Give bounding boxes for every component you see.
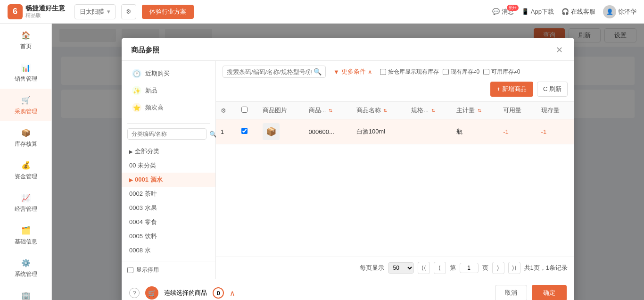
- settings-button[interactable]: ⚙: [121, 4, 136, 19]
- online-service-item[interactable]: 🎧 在线客服: [561, 8, 595, 16]
- sidebar-item-sales[interactable]: 📊 销售管理: [0, 56, 51, 89]
- branch-dropdown[interactable]: 日太阳膜 ▾: [74, 4, 116, 19]
- basic-icon: 🗂️: [20, 225, 32, 236]
- page-number-input[interactable]: [460, 263, 479, 273]
- help-button[interactable]: ?: [129, 288, 140, 298]
- experience-button[interactable]: 体验行业方案: [142, 5, 194, 19]
- row-spec: [406, 119, 452, 144]
- sort-icon: ⇅: [431, 108, 435, 113]
- sidebar-item-label: 系统管理: [15, 270, 37, 278]
- disabled-checkbox-input[interactable]: [127, 267, 133, 273]
- continuous-select-label: 连续选择的商品: [164, 289, 207, 297]
- messages-item[interactable]: 💬 消息 99+: [492, 8, 514, 16]
- category-search-row: 🔍: [122, 125, 215, 142]
- search-icon[interactable]: 🔍: [314, 68, 322, 75]
- logo-sub: 精品版: [25, 12, 65, 19]
- table-toolbar: 🔍 ▼ 更多条件 ∧ 按仓库显示现有库存: [216, 61, 574, 102]
- sidebar-item-finance[interactable]: 💰 资金管理: [0, 154, 51, 186]
- close-button[interactable]: ✕: [553, 44, 565, 56]
- message-badge: 99+: [507, 5, 519, 11]
- tab-frequent[interactable]: ⭐ 频次高: [127, 100, 210, 116]
- row-image: 📦: [258, 119, 304, 144]
- system-icon: ⚙️: [20, 257, 32, 268]
- confirm-button[interactable]: 确定: [532, 285, 567, 300]
- cat-item-0002[interactable]: 0002 茶叶: [122, 187, 215, 201]
- total-records-label: 共1页，1条记录: [524, 264, 568, 272]
- sidebar-item-label: 库存核算: [15, 140, 37, 148]
- cart-count-badge: 0: [213, 287, 224, 299]
- col-code[interactable]: 商品... ⇅: [304, 102, 352, 119]
- footer-actions: 取消 确定: [495, 285, 567, 300]
- refresh-button[interactable]: C 刷新: [537, 82, 568, 97]
- add-product-button[interactable]: + 新增商品: [490, 82, 533, 97]
- sort-icon: ⇅: [383, 108, 387, 113]
- logo-name: 畅捷通好生意: [25, 4, 65, 12]
- tab-recent[interactable]: 🕐 近期购买: [127, 66, 210, 82]
- product-search-input[interactable]: [227, 68, 312, 75]
- left-footer: 显示停用: [122, 261, 215, 279]
- sidebar-item-purchase[interactable]: 🛒 采购管理: [0, 89, 51, 121]
- select-all-checkbox[interactable]: [241, 107, 248, 113]
- col-spec[interactable]: 规格... ⇅: [406, 102, 452, 119]
- search-box: 🔍: [223, 66, 326, 78]
- sidebar-item-label: 资金管理: [15, 173, 37, 181]
- cat-item-all[interactable]: ▶ 全部分类: [122, 144, 215, 158]
- mobile-icon: 📱: [521, 8, 529, 15]
- cat-item-0003[interactable]: 0003 水果: [122, 201, 215, 215]
- table-row[interactable]: 1 📦 000600... 白酒100ml 瓶 -1 -1: [216, 119, 574, 144]
- prev-page-button[interactable]: ⟨: [434, 262, 446, 274]
- show-disabled-checkbox[interactable]: 显示停用: [127, 266, 210, 274]
- cat-item-0008[interactable]: 0008 水: [122, 243, 215, 258]
- user-profile[interactable]: 👤 徐泽华: [603, 5, 636, 18]
- cat-item-0004[interactable]: 0004 零食: [122, 215, 215, 229]
- sidebar-item-label: 首页: [20, 42, 32, 50]
- sidebar-item-basic[interactable]: 🗂️ 基础信息: [0, 219, 51, 251]
- divider: [127, 123, 210, 124]
- cat-item-0001[interactable]: ▶ 0001 酒水: [122, 173, 215, 187]
- logo-area: 6 畅捷通好生意 精品版: [8, 4, 65, 19]
- sidebar-item-label: 经营管理: [15, 205, 37, 213]
- sidebar-item-system[interactable]: ⚙️ 系统管理: [0, 251, 51, 284]
- content-area: 查询 刷新 设置 商品参照 ✕: [52, 24, 644, 300]
- right-panel: 🔍 ▼ 更多条件 ∧ 按仓库显示现有库存: [216, 61, 574, 279]
- sidebar: 🏠 首页 📊 销售管理 🛒 采购管理 📦 库存核算 💰 资金管理 📈 经营管理 …: [0, 24, 52, 300]
- product-reference-modal: 商品参照 ✕ 🕐 近期购买 ✨: [122, 38, 574, 300]
- sidebar-item-inventory[interactable]: 📦 库存核算: [0, 121, 51, 154]
- col-unit[interactable]: 主计量 ⇅: [452, 102, 498, 119]
- chevron-down-icon: ▾: [107, 8, 110, 15]
- page-size-select[interactable]: 50 10 20 100: [388, 262, 414, 274]
- row-available: -1: [498, 119, 536, 144]
- cat-item-00[interactable]: 00 未分类: [122, 158, 215, 173]
- filter-available-nonzero-checkbox[interactable]: 可用库存≠0: [483, 68, 520, 76]
- app-download-item[interactable]: 📱 App下载: [521, 8, 554, 16]
- modal-title: 商品参照: [131, 46, 159, 55]
- category-search-input[interactable]: [127, 128, 206, 140]
- cart-icon: 🛒: [145, 286, 158, 300]
- filter-stock-nonzero-checkbox[interactable]: 现有库存≠0: [443, 68, 479, 76]
- row-index: 1: [216, 119, 237, 144]
- col-image: 商品图片: [258, 102, 304, 119]
- filter-icon: ▼: [333, 68, 339, 75]
- more-filters-button[interactable]: ▼ 更多条件 ∧: [330, 66, 376, 78]
- col-settings[interactable]: ⚙: [216, 102, 237, 119]
- last-page-button[interactable]: ⟩⟩: [508, 262, 520, 274]
- next-page-button[interactable]: ⟩: [492, 262, 504, 274]
- tab-new[interactable]: ✨ 新品: [127, 83, 210, 99]
- row-checkbox[interactable]: [237, 119, 258, 144]
- cat-item-0010[interactable]: 0010 家电: [122, 258, 215, 261]
- expand-icon: ▶: [129, 149, 133, 154]
- cancel-button[interactable]: 取消: [495, 285, 527, 300]
- top-nav: 6 畅捷通好生意 精品版 日太阳膜 ▾ ⚙ 体验行业方案 💬 消息 99+ 📱 …: [0, 0, 644, 24]
- toolbar-right: + 新增商品 C 刷新: [490, 82, 568, 97]
- filter-by-warehouse-checkbox[interactable]: 按仓库显示现有库存: [380, 68, 439, 76]
- collapse-cart-button[interactable]: ∧: [230, 289, 235, 298]
- sidebar-item-corp[interactable]: 🏢 企业协同: [0, 284, 51, 300]
- cat-item-0005[interactable]: 0005 饮料: [122, 229, 215, 243]
- modal-overlay: 商品参照 ✕ 🕐 近期购买 ✨: [52, 24, 644, 300]
- first-page-button[interactable]: ⟨⟨: [418, 262, 430, 274]
- sidebar-item-operation[interactable]: 📈 经营管理: [0, 186, 51, 219]
- sidebar-item-home[interactable]: 🏠 首页: [0, 24, 51, 56]
- avatar: 👤: [603, 5, 616, 18]
- corp-icon: 🏢: [20, 290, 32, 300]
- col-name[interactable]: 商品名称 ⇅: [352, 102, 407, 119]
